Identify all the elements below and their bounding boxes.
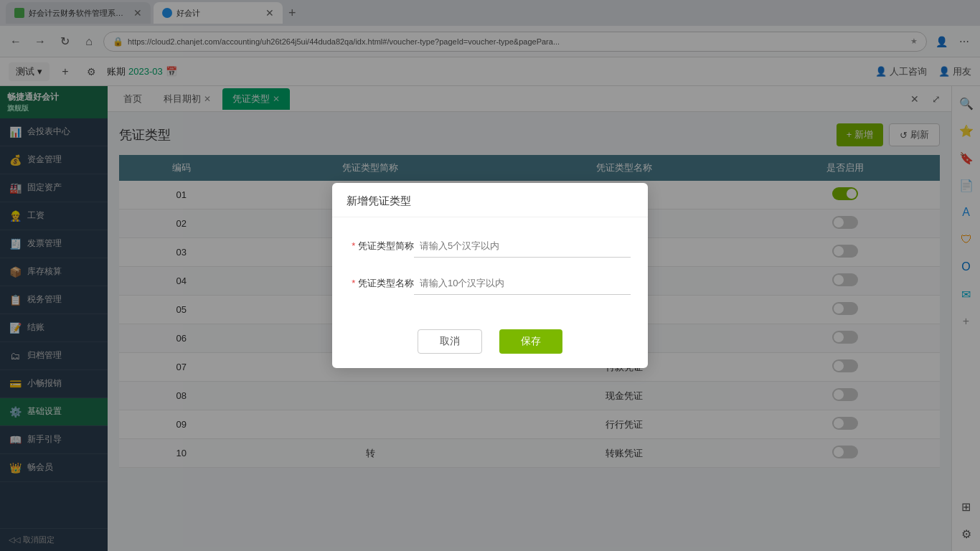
save-button[interactable]: 保存 [499, 329, 562, 354]
new-voucher-dialog: 新增凭证类型 凭证类型简称 凭证类型名称 取消 保存 [332, 183, 648, 368]
abbr-form-row: 凭证类型简称 [349, 235, 631, 258]
cancel-button[interactable]: 取消 [418, 329, 482, 354]
abbr-input[interactable] [414, 235, 631, 258]
dialog-body: 凭证类型简称 凭证类型名称 [332, 217, 648, 321]
save-label: 保存 [521, 335, 541, 347]
name-form-row: 凭证类型名称 [349, 272, 631, 295]
name-label: 凭证类型名称 [349, 277, 414, 290]
dialog-overlay: 新增凭证类型 凭证类型简称 凭证类型名称 取消 保存 [0, 0, 980, 551]
name-input[interactable] [414, 272, 631, 295]
dialog-footer: 取消 保存 [332, 321, 648, 368]
abbr-label: 凭证类型简称 [349, 240, 414, 253]
dialog-header: 新增凭证类型 [332, 183, 648, 217]
dialog-title: 新增凭证类型 [347, 194, 411, 207]
cancel-label: 取消 [440, 335, 460, 347]
